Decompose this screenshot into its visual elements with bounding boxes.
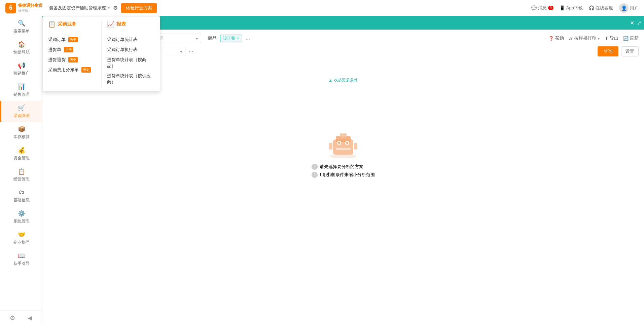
headset-icon: 🎧 — [589, 5, 594, 10]
sidebar-item-cooperation[interactable]: 🤝 企业协同 — [0, 228, 42, 249]
logo-area: 6 畅捷通好生意 标准版 — [5, 3, 42, 13]
print-btn[interactable]: 🖨 按模板打印 ▾ — [569, 35, 600, 41]
system-name-area: 装备及固定资产辅助管理系统 ▾ ⚙ — [49, 5, 118, 11]
sidebar-item-search[interactable]: 🔍 搜索菜单 — [0, 16, 42, 37]
settings-btn[interactable]: 设置 — [621, 46, 639, 56]
online-service-btn[interactable]: 🎧 在线客服 — [589, 5, 613, 11]
system-icon: ⚙️ — [18, 210, 25, 217]
marketing-icon: 📢 — [18, 62, 25, 69]
menu-report-title: 📈 报表 — [107, 21, 155, 31]
sidebar-item-operation[interactable]: 📋 经营管理 — [0, 164, 42, 186]
top-bar-right: 💬 消息 9 📱 App下载 🎧 在线客服 👤 用户 — [531, 3, 639, 13]
gear-icon[interactable]: ⚙ — [113, 5, 118, 11]
svg-point-6 — [338, 142, 340, 144]
svg-point-7 — [346, 142, 348, 144]
sidebar-item-basic[interactable]: 🗂 基础信息 — [0, 186, 42, 206]
svg-rect-10 — [354, 143, 357, 150]
goods-label: 商品 — [208, 35, 217, 41]
user-avatar: 👤 — [619, 3, 629, 13]
sidebar-bottom: ⚙ ◀ — [0, 311, 42, 325]
cooperation-icon: 🤝 — [18, 231, 25, 238]
print-icon: 🖨 — [569, 36, 573, 41]
help-icon: ❓ — [548, 36, 554, 41]
system-arrow-icon[interactable]: ▾ — [108, 6, 110, 10]
tab-expand-btn[interactable]: ⤢ — [637, 20, 641, 26]
menu-item-incoming-by-supplier[interactable]: 进货单统计表（按供应商） — [107, 71, 155, 87]
sidebar-menu: 🔍 搜索菜单 🏠 快捷导航 📢 营销推广 📊 销售管理 🛒 采购管 — [0, 16, 42, 311]
collapse-btn[interactable]: ▲ 收起更多条件 — [328, 77, 358, 83]
menu-business-title: 📋 采购业务 — [48, 21, 96, 31]
svg-rect-9 — [329, 143, 332, 150]
menu-item-return[interactable]: 进货退货 历史 — [48, 55, 96, 65]
logo-text: 畅捷通好生意 标准版 — [18, 3, 42, 13]
menu-item-incoming[interactable]: 进货单 历史 — [48, 45, 96, 55]
goods-tag[interactable]: 设计费 ✕ — [220, 35, 242, 42]
svg-rect-8 — [336, 148, 351, 150]
svg-rect-3 — [340, 133, 347, 137]
help-btn[interactable]: ❓ 帮助 — [548, 35, 564, 41]
empty-tip-1: 1 请先选择要分析的方案 — [312, 164, 374, 170]
basic-icon: 🗂 — [19, 189, 25, 196]
tab-bar-right: ✕ ⤢ — [630, 20, 641, 26]
collapse-sidebar-icon[interactable]: ◀ — [28, 314, 32, 322]
sidebar-item-marketing[interactable]: 📢 营销推广 — [0, 58, 42, 80]
sidebar-item-finance[interactable]: 💰 资金管理 — [0, 143, 42, 164]
menu-item-cost-split[interactable]: 采购费用分摊单 历史 — [48, 65, 96, 75]
user-menu-btn[interactable]: 👤 用户 — [619, 3, 639, 13]
menu-col-report: 📈 报表 采购订单统计表 采购订单执行表 进货单统计表（按商品） 进货单统计表（… — [101, 21, 160, 87]
purchase-icon: 🛒 — [18, 104, 25, 112]
report-title-icon: 📈 — [107, 21, 114, 28]
sidebar-item-quick-nav[interactable]: 🏠 快捷导航 — [0, 37, 42, 58]
menu-item-purchase-order[interactable]: 采购订单 历史 — [48, 35, 96, 45]
goods-tag-close-icon[interactable]: ✕ — [237, 37, 239, 40]
guide-icon: 📖 — [18, 252, 25, 259]
refresh-icon: 🔄 — [623, 36, 629, 41]
empty-state: 1 请先选择要分析的方案 2 用[过滤]条件来缩小分析范围 — [42, 86, 644, 220]
menu-item-order-exec[interactable]: 采购订单执行表 — [107, 45, 155, 55]
logo-icon: 6 — [5, 3, 16, 13]
inventory-icon: 📦 — [18, 125, 25, 133]
message-btn[interactable]: 💬 消息 9 — [531, 5, 553, 11]
search-icon: 🔍 — [18, 19, 25, 27]
top-bar: 6 畅捷通好生意 标准版 装备及固定资产辅助管理系统 ▾ ⚙ 体验行业方案 💬 … — [0, 0, 644, 16]
finance-icon: 💰 — [18, 147, 25, 154]
operation-icon: 📋 — [18, 168, 25, 175]
menu-item-incoming-by-goods[interactable]: 进货单统计表（按商品） — [107, 55, 155, 71]
tab-close-btn[interactable]: ✕ — [630, 20, 634, 26]
export-btn[interactable]: ⬆ 导出 — [605, 35, 618, 41]
goods-more-dots[interactable]: ... — [246, 35, 250, 41]
industry-btn[interactable]: 体验行业方案 — [121, 3, 157, 13]
export-icon: ⬆ — [605, 36, 608, 41]
sidebar-item-inventory[interactable]: 📦 库存核算 — [0, 122, 42, 143]
sidebar-item-guide[interactable]: 📖 新手引导 — [0, 249, 42, 270]
settings-bottom-icon[interactable]: ⚙ — [10, 314, 15, 322]
print-arrow-icon: ▾ — [598, 36, 600, 41]
system-name: 装备及固定资产辅助管理系统 — [49, 5, 106, 11]
home-icon: 🏠 — [18, 41, 25, 48]
empty-illustration — [323, 126, 363, 160]
filter-top-right: ❓ 帮助 🖨 按模板打印 ▾ ⬆ 导出 — [548, 35, 639, 41]
svg-point-0 — [330, 154, 357, 158]
sidebar-item-sales[interactable]: 📊 销售管理 — [0, 80, 42, 101]
query-btn[interactable]: 查询 — [598, 46, 618, 56]
empty-svg-icon — [323, 126, 363, 160]
sidebar-item-purchase[interactable]: 🛒 采购管理 — [0, 101, 42, 122]
sidebar-item-system[interactable]: ⚙️ 系统管理 — [0, 206, 42, 228]
business-title-icon: 📋 — [48, 21, 56, 28]
phone-icon: 📱 — [560, 5, 565, 10]
collapse-up-icon: ▲ — [328, 78, 332, 83]
empty-tip-2: 2 用[过滤]条件来缩小分析范围 — [312, 172, 374, 178]
menu-col-business: 📋 采购业务 采购订单 历史 进货单 历史 进货退货 历史 采购费用分摊单 历史 — [43, 21, 101, 87]
purchase-dropdown-menu: 📋 采购业务 采购订单 历史 进货单 历史 进货退货 历史 采购费用分摊单 历史 — [42, 16, 160, 91]
message-icon: 💬 — [531, 5, 537, 10]
app-download-btn[interactable]: 📱 App下载 — [560, 5, 583, 11]
empty-tips: 1 请先选择要分析的方案 2 用[过滤]条件来缩小分析范围 — [312, 164, 374, 180]
sales-icon: 📊 — [18, 83, 25, 90]
sidebar: 🔍 搜索菜单 🏠 快捷导航 📢 营销推广 📊 销售管理 🛒 采购管 — [0, 16, 42, 325]
salesman-more-dots[interactable]: ··· — [189, 48, 193, 54]
refresh-btn[interactable]: 🔄 刷新 — [623, 35, 639, 41]
menu-item-order-stat[interactable]: 采购订单统计表 — [107, 35, 155, 45]
